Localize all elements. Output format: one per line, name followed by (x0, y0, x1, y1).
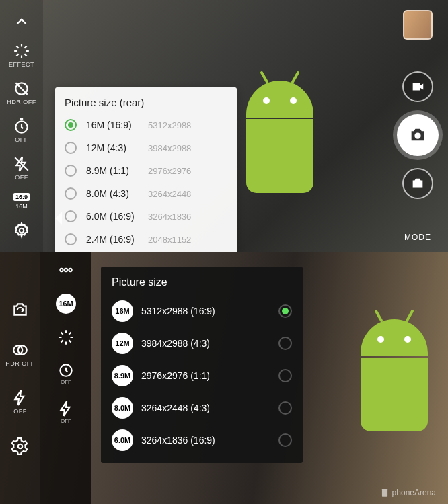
effect-button[interactable] (57, 329, 75, 346)
radio-icon (65, 142, 77, 154)
mp-badge: 12M (112, 333, 133, 354)
mode-button[interactable]: MODE (404, 233, 431, 242)
size-option[interactable]: 12M3984x2988 (4:3) (112, 327, 292, 360)
shutter-button[interactable] (397, 114, 439, 156)
timer-icon (57, 361, 75, 378)
svg-point-7 (60, 269, 63, 271)
radio-icon (278, 401, 292, 415)
more-button[interactable] (57, 261, 75, 279)
mp-badge: 16M (112, 300, 133, 322)
size-option[interactable]: 8.0M (4:3)3264x2448 (65, 182, 227, 205)
settings-button[interactable] (13, 222, 30, 239)
flash-off-label: OFF (61, 418, 71, 424)
flash-icon (57, 400, 75, 417)
svg-point-8 (65, 269, 67, 271)
hdr-button[interactable]: HDR OFF (5, 341, 35, 367)
video-button[interactable] (402, 71, 433, 102)
size-option[interactable]: 12M (4:3)3984x2988 (65, 136, 227, 159)
gallery-thumbnail[interactable] (403, 10, 433, 40)
settings-button[interactable] (11, 437, 29, 455)
sparkle-icon (13, 42, 30, 60)
timer-button[interactable]: OFF (57, 361, 75, 385)
hdr-icon (11, 341, 29, 359)
switch-camera-button[interactable] (11, 301, 29, 319)
timer-off-label: OFF (61, 379, 71, 385)
svg-point-2 (20, 228, 24, 233)
picture-size-popup: Picture size 16M5312x2988 (16:9) 12M3984… (101, 267, 303, 463)
hdr-button[interactable]: HDR OFF (7, 80, 36, 106)
size-option[interactable]: 16M5312x2988 (16:9) (112, 295, 292, 327)
radio-icon (65, 119, 77, 131)
mp-badge: 6.0M (112, 429, 133, 451)
timer-button[interactable]: OFF (13, 118, 30, 143)
flash-button[interactable]: OFF (13, 155, 30, 181)
flash-icon (11, 389, 29, 407)
switch-camera-icon (11, 301, 29, 319)
radio-icon (278, 369, 292, 382)
watermark: phoneArena (380, 488, 436, 497)
picture-size-popup: Picture size (rear) 16M (16:9)5312x2988 … (55, 87, 237, 255)
gear-icon (13, 222, 30, 239)
right-toolbar: MODE (394, 0, 441, 252)
size-option[interactable]: 6.0M (16:9)3264x1836 (65, 205, 227, 228)
android-figurine (334, 319, 448, 474)
radio-icon (65, 210, 77, 222)
popup-title: Picture size (rear) (65, 97, 227, 108)
timer-icon (13, 118, 30, 135)
radio-icon (65, 233, 77, 245)
mp-badge: 8.0M (112, 397, 133, 419)
popup-title: Picture size (112, 276, 292, 288)
camera-ui-top: EFFECT HDR OFF OFF OFF 16:9 16M Picture … (0, 0, 448, 252)
radio-icon (65, 187, 77, 200)
svg-point-6 (18, 444, 23, 448)
size-option[interactable]: 6.0M3264x1836 (16:9) (112, 424, 292, 456)
size-option[interactable]: 2.4M (16:9)2048x1152 (65, 228, 227, 251)
size-option[interactable]: 16M (16:9)5312x2988 (65, 114, 227, 136)
left-toolbar: HDR OFF OFF (0, 252, 40, 504)
mp-badge: 8.9M (112, 365, 133, 386)
radio-icon (65, 165, 77, 177)
video-icon (410, 79, 425, 94)
flash-label: OFF (15, 174, 28, 181)
radio-icon (278, 433, 292, 447)
svg-point-3 (414, 132, 420, 138)
size-option[interactable]: 8.9M2976x2976 (1:1) (112, 360, 292, 392)
ratio-mp-label: 16M (15, 203, 28, 210)
effect-label: EFFECT (9, 61, 34, 68)
camera-icon (408, 126, 427, 144)
flash-off-icon (13, 155, 30, 173)
size-option[interactable]: 8.0M3264x2448 (4:3) (112, 392, 292, 424)
hdr-label: HDR OFF (5, 360, 35, 367)
phone-icon (380, 488, 389, 497)
sparkle-icon (57, 329, 75, 346)
switch-camera-icon (410, 176, 425, 191)
svg-point-9 (69, 269, 71, 271)
flash-button[interactable]: OFF (11, 389, 29, 415)
secondary-toolbar: 16M OFF OFF (40, 252, 91, 504)
ratio-badge: 16:9 (13, 193, 30, 201)
picture-size-button[interactable]: 16M (56, 294, 76, 314)
effect-button[interactable]: EFFECT (9, 42, 34, 68)
flash-label: OFF (13, 408, 27, 415)
switch-camera-button[interactable] (402, 168, 433, 199)
size-badge: 16M (56, 294, 76, 314)
hdr-off-icon (13, 80, 30, 97)
flash-sub-button[interactable]: OFF (57, 400, 75, 424)
left-toolbar: EFFECT HDR OFF OFF OFF 16:9 16M (0, 0, 43, 252)
android-figurine (219, 81, 340, 235)
gear-icon (11, 437, 29, 455)
timer-label: OFF (15, 136, 28, 143)
more-icon (57, 261, 75, 279)
picture-size-button[interactable]: 16:9 16M (13, 193, 30, 210)
hdr-label: HDR OFF (7, 99, 36, 106)
size-option[interactable]: 8.9M (1:1)2976x2976 (65, 159, 227, 182)
chevron-up-icon (13, 13, 30, 30)
radio-icon (278, 304, 292, 318)
collapse-button[interactable] (13, 13, 30, 30)
camera-ui-bottom: HDR OFF OFF 16M OFF OFF Picture size (0, 252, 448, 504)
radio-icon (278, 337, 292, 350)
